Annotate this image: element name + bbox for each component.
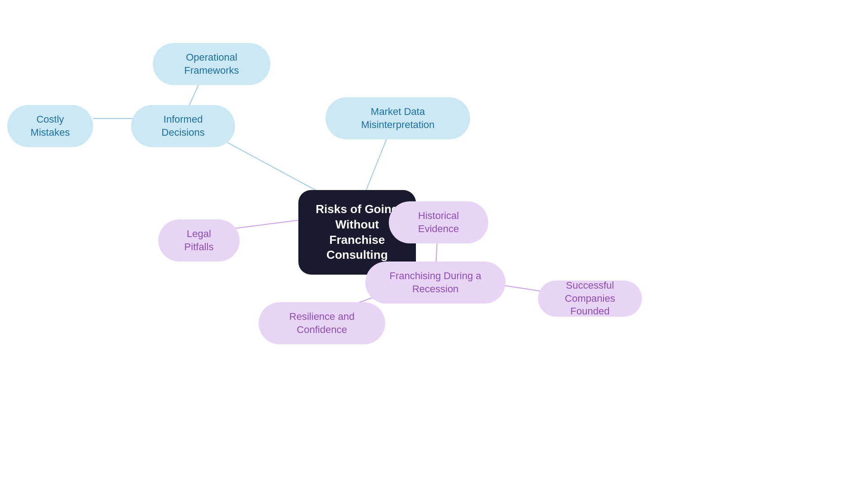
franchising-recession-node: Franchising During a Recession (365, 262, 505, 304)
legal-pitfalls-node: Legal Pitfalls (158, 219, 240, 262)
successful-companies-node: Successful Companies Founded (538, 281, 642, 317)
operational-frameworks-node: Operational Frameworks (153, 43, 270, 85)
market-data-node: Market Data Misinterpretation (326, 97, 470, 139)
resilience-confidence-node: Resilience and Confidence (259, 302, 385, 344)
informed-decisions-node: Informed Decisions (131, 105, 235, 147)
historical-evidence-node: Historical Evidence (389, 201, 488, 243)
costly-mistakes-node: Costly Mistakes (7, 105, 93, 147)
